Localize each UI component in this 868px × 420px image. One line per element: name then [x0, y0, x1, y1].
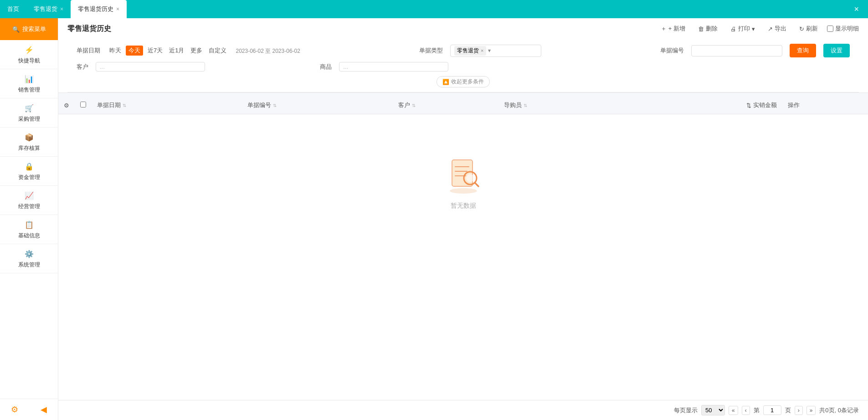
show-detail-checkbox[interactable]	[827, 26, 833, 32]
doc-number-input[interactable]	[691, 45, 782, 56]
select-all-checkbox[interactable]	[80, 102, 86, 108]
export-button[interactable]: ↗ 导出	[764, 23, 790, 35]
svg-point-0	[450, 188, 477, 194]
finance-icon: 🔒	[24, 161, 35, 172]
svg-rect-1	[452, 160, 473, 186]
collapse-button[interactable]: 🔼 收起更多条件	[437, 76, 490, 87]
operations-icon: 📈	[24, 190, 35, 201]
col-actual-amount-sort-icon[interactable]: ⇅	[746, 102, 751, 109]
date-opt-last7[interactable]: 近7天	[146, 46, 164, 56]
doc-type-tag: 零售退货 ×	[454, 46, 486, 56]
page-unit: 页	[785, 406, 791, 415]
print-button[interactable]: 🖨 打印 ▾	[727, 23, 759, 35]
date-opt-custom[interactable]: 自定义	[207, 46, 228, 56]
page-number-input[interactable]	[763, 405, 781, 415]
empty-state: 暂无数据	[58, 114, 868, 246]
purchase-mgmt-icon: 🛒	[24, 102, 35, 113]
page-title-bar: 零售退货历史 ＋ + 新增 🗑 删除 🖨 打印 ▾	[67, 23, 859, 39]
sidebar-collapse-button[interactable]: ◀	[41, 405, 47, 415]
page-title: 零售退货历史	[67, 24, 111, 34]
tab-retail-return-history-label: 零售退货历史	[78, 5, 113, 13]
tab-retail-return-close[interactable]: ×	[60, 6, 63, 12]
refresh-icon: ↻	[799, 26, 804, 32]
tab-home[interactable]: 首页	[0, 0, 26, 18]
goods-label: 商品	[320, 63, 332, 71]
sidebar-item-quick-nav-label: 快捷导航	[18, 57, 40, 65]
inventory-icon: 📦	[24, 132, 35, 143]
tab-retail-return-history[interactable]: 零售退货历史 ×	[71, 0, 127, 18]
col-doc-date-label: 单据日期	[97, 101, 121, 109]
date-filter-label: 单据日期	[77, 46, 100, 55]
settings-button[interactable]: 设置	[823, 44, 850, 57]
page-header: 零售退货历史 ＋ + 新增 🗑 删除 🖨 打印 ▾	[58, 18, 868, 93]
table-header: ⚙ 单据日期 ⇅ 单据编号	[58, 97, 868, 114]
new-button[interactable]: ＋ + 新增	[657, 23, 689, 35]
sidebar-item-basic-info-label: 基础信息	[18, 232, 40, 240]
export-icon: ↗	[768, 26, 773, 32]
col-doc-number-sort-icon[interactable]: ⇅	[273, 103, 277, 108]
col-doc-number: 单据编号 ⇅	[242, 97, 392, 114]
print-icon: 🖨	[730, 26, 736, 32]
sidebar-item-sales-mgmt-label: 销售管理	[18, 86, 40, 94]
window-close-button[interactable]: ×	[852, 3, 861, 16]
toolbar: ＋ + 新增 🗑 删除 🖨 打印 ▾ ↗ 导出	[657, 23, 859, 35]
print-dropdown-icon: ▾	[752, 26, 755, 32]
col-customer-sort-icon[interactable]: ⇅	[412, 103, 416, 108]
col-doc-date-sort-icon[interactable]: ⇅	[123, 103, 126, 108]
table-settings-icon[interactable]: ⚙	[64, 102, 69, 109]
col-customer-label: 客户	[398, 101, 410, 109]
sidebar-item-purchase-mgmt[interactable]: 🛒 采购管理	[0, 98, 58, 128]
quick-nav-icon: ⚡	[24, 44, 35, 55]
date-opt-today[interactable]: 今天	[126, 46, 143, 56]
doc-type-tag-close[interactable]: ×	[481, 48, 483, 53]
collapse-row: 🔼 收起更多条件	[77, 76, 850, 87]
page-first-button[interactable]: «	[729, 406, 738, 415]
customer-placeholder: ...	[100, 63, 105, 70]
col-customer: 客户 ⇅	[393, 97, 499, 114]
goods-input[interactable]	[348, 63, 444, 70]
page-last-button[interactable]: »	[806, 406, 816, 415]
page-prev-button[interactable]: ‹	[742, 406, 750, 415]
tab-retail-return[interactable]: 零售退货 ×	[26, 0, 71, 18]
sidebar-item-sales-mgmt[interactable]: 📊 销售管理	[0, 69, 58, 98]
sidebar-gear-button[interactable]: ⚙	[11, 405, 18, 415]
show-detail-container: 显示明细	[827, 25, 859, 33]
basic-info-icon: 📋	[24, 219, 35, 230]
delete-button[interactable]: 🗑 删除	[694, 23, 721, 35]
doc-type-dropdown-button[interactable]: ▾	[486, 47, 493, 54]
date-opt-last1month[interactable]: 近1月	[167, 46, 186, 56]
goods-filter: ...	[339, 62, 448, 72]
page-next-button[interactable]: ›	[795, 406, 803, 415]
sidebar-item-system-mgmt-label: 系统管理	[18, 261, 40, 269]
doc-number-label: 单据编号	[660, 46, 684, 55]
refresh-button[interactable]: ↻ 刷新	[796, 23, 822, 35]
sidebar-item-quick-nav[interactable]: ⚡ 快捷导航	[0, 40, 58, 69]
col-guide-sort-icon[interactable]: ⇅	[524, 103, 527, 108]
sidebar-item-basic-info[interactable]: 📋 基础信息	[0, 215, 58, 244]
sidebar-bottom: ⚙ ◀	[0, 399, 58, 420]
sidebar-item-inventory-label: 库存核算	[18, 144, 40, 152]
tab-retail-return-history-close[interactable]: ×	[116, 6, 119, 12]
sidebar-search[interactable]: 🔍 搜索菜单	[0, 18, 58, 40]
sidebar-item-inventory[interactable]: 📦 库存核算	[0, 128, 58, 157]
sidebar-item-operations[interactable]: 📈 经营管理	[0, 186, 58, 215]
top-bar-right: ×	[852, 3, 868, 16]
date-range-display: 2023-06-02 至 2023-06-02	[236, 47, 300, 55]
sidebar-item-system-mgmt[interactable]: ⚙️ 系统管理	[0, 244, 58, 273]
customer-label: 客户	[77, 63, 88, 71]
per-page-select[interactable]: 50 10 20 100	[701, 405, 725, 415]
col-action: 操作	[782, 97, 868, 114]
sidebar-item-finance-label: 资金管理	[18, 174, 40, 181]
date-opt-more[interactable]: 更多	[189, 46, 204, 56]
delete-icon: 🗑	[698, 26, 704, 32]
page-label: 第	[754, 406, 760, 415]
query-button[interactable]: 查询	[790, 44, 816, 57]
col-doc-date: 单据日期 ⇅	[92, 97, 242, 114]
customer-input[interactable]	[105, 63, 201, 70]
sidebar-item-finance[interactable]: 🔒 资金管理	[0, 157, 58, 186]
table-container: ⚙ 单据日期 ⇅ 单据编号	[58, 97, 868, 400]
filter-bar: 单据日期 昨天 今天 近7天 近1月 更多 自定义 2023-06-02 至 2…	[67, 39, 859, 92]
date-opt-yesterday[interactable]: 昨天	[108, 46, 123, 56]
system-mgmt-icon: ⚙️	[24, 248, 35, 259]
col-actual-amount-label: 实销金额	[753, 101, 777, 109]
